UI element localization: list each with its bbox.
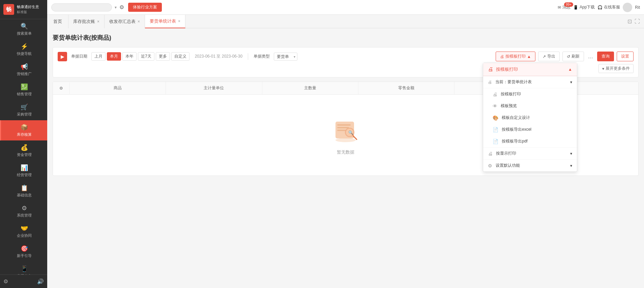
- tab-receipt-summary[interactable]: 收发存汇总表 ×: [105, 15, 145, 28]
- dropdown-item-template-print-label: 按模板打印: [501, 91, 521, 97]
- expand-more-btn[interactable]: ▾ 展开更多条件: [598, 64, 634, 73]
- dropdown-section-display-print[interactable]: 🖨 按显示打印 ▾: [483, 147, 577, 159]
- sidebar-settings-icon[interactable]: ⚙: [3, 278, 8, 285]
- filter-expand-arrow[interactable]: ▶: [58, 52, 67, 61]
- sidebar-item-quick-nav[interactable]: ⚡ 快捷导航: [0, 39, 47, 60]
- sidebar-item-enterprise[interactable]: 🤝 企业协同: [0, 221, 47, 242]
- export-btn-label: 导出: [547, 54, 555, 59]
- dropdown-item-template-preview[interactable]: 👁 模板预览: [483, 100, 577, 112]
- app-title: 畅康通好生意: [17, 4, 39, 9]
- query-btn[interactable]: 查询: [597, 52, 614, 61]
- username-label: Rit: [635, 5, 640, 10]
- sidebar-label-sales: 销售管理: [17, 92, 32, 97]
- more-options-btn[interactable]: ...: [587, 53, 594, 60]
- date-btn-year[interactable]: 本年: [122, 52, 137, 61]
- filter-date-buttons: 上月 本月 本年 近7天 更多 自定义: [91, 52, 189, 61]
- svg-rect-3: [337, 127, 349, 128]
- dropdown-section-set-default[interactable]: ⚙ 设置默认功能 ▾: [483, 159, 577, 171]
- trial-btn[interactable]: 体验行业方案: [128, 3, 162, 12]
- sidebar-item-basic-info[interactable]: 📋 基础信息: [0, 181, 47, 201]
- topbar-settings-icon[interactable]: ⚙: [119, 4, 124, 10]
- dropdown-current-chevron: ▾: [570, 80, 572, 85]
- date-btn-current-month[interactable]: 本月: [107, 52, 121, 61]
- sidebar-sound-icon[interactable]: 🔊: [37, 278, 44, 285]
- th-settings[interactable]: ⚙: [53, 83, 70, 94]
- sidebar-item-search-menu[interactable]: 🔍 搜索菜单: [0, 19, 47, 39]
- template-preview-icon: 👁: [493, 103, 497, 109]
- dropdown-current-label: 当前：要货单统计表: [495, 79, 532, 85]
- print-btn[interactable]: 🖨 按模板打印 ▲: [496, 52, 535, 61]
- service-label: 在线客服: [604, 4, 620, 10]
- tab-home-label: 首页: [53, 19, 62, 25]
- service-btn[interactable]: 🎧 在线客服: [597, 4, 620, 10]
- settings-btn[interactable]: 设置: [617, 52, 634, 61]
- sidebar-item-purchase[interactable]: 🛒 采购管理: [0, 100, 47, 120]
- app-download-btn[interactable]: 📱 App下载: [573, 4, 595, 10]
- sidebar-label-search-menu: 搜索菜单: [17, 31, 32, 36]
- tab-order-stats[interactable]: 要货单统计表 ×: [145, 15, 185, 28]
- message-icon: ✉: [558, 5, 561, 10]
- sidebar-item-guide[interactable]: 🎯 新手引导: [0, 242, 47, 262]
- search-input[interactable]: [51, 3, 112, 11]
- tab-inventory-batch[interactable]: 库存批次账 ×: [68, 15, 105, 28]
- sidebar-label-quick-nav: 快捷导航: [17, 51, 32, 56]
- sidebar-item-operations[interactable]: 📊 经营管理: [0, 161, 47, 181]
- empty-text: 暂无数据: [337, 149, 354, 155]
- topbar: ▾ ⚙ 体验行业方案 ✉ 消息 99+ 📱 App下载 🎧 在线客服 Rit: [47, 0, 644, 15]
- user-avatar[interactable]: [623, 3, 632, 12]
- tab-home[interactable]: 首页: [47, 15, 68, 28]
- date-btn-7days[interactable]: 近7天: [138, 52, 154, 61]
- enterprise-icon: 🤝: [21, 225, 28, 232]
- template-excel-icon: 📄: [493, 127, 498, 132]
- dropdown-item-template-pdf[interactable]: 📄 按模板导出pdf: [483, 135, 577, 147]
- th-amount: 零售金额: [358, 82, 455, 94]
- sidebar-item-finance[interactable]: 💰 资金管理: [0, 140, 47, 161]
- display-print-chevron: ▾: [570, 151, 572, 156]
- dropdown-current[interactable]: 🖨 当前：要货单统计表 ▾: [483, 76, 577, 88]
- filter-type-select[interactable]: 要货单: [274, 53, 297, 61]
- sidebar-item-marketing[interactable]: 📢 营销推广: [0, 60, 47, 80]
- tab-order-stats-close[interactable]: ×: [178, 19, 180, 24]
- th-unit: 主计量单位: [166, 82, 262, 94]
- template-pdf-icon: 📄: [493, 139, 498, 144]
- filter-divider: [248, 53, 248, 60]
- tab-expand-icon[interactable]: ⊡: [627, 18, 632, 25]
- dropdown-header[interactable]: 🖨 按模板打印 ▲: [483, 63, 577, 76]
- dropdown-item-template-excel-label: 按模板导出excel: [502, 127, 531, 132]
- filter-date-label: 单据日期: [71, 54, 87, 59]
- export-btn[interactable]: ↗ 导出: [538, 52, 560, 61]
- tab-inventory-batch-label: 库存批次账: [73, 19, 95, 25]
- sidebar-item-app-center[interactable]: 📱 应用中心: [0, 262, 47, 275]
- refresh-btn[interactable]: ↺ 刷新: [562, 52, 584, 61]
- dropdown-section-default-label: 设置默认功能: [496, 163, 520, 168]
- tabbar-actions: ⊡ ⛶: [627, 18, 644, 25]
- app-logo-icon: 畅: [3, 4, 14, 15]
- tab-fullscreen-icon[interactable]: ⛶: [635, 19, 640, 25]
- display-print-icon: 🖨: [488, 151, 493, 156]
- system-icon: ⚙: [22, 204, 27, 212]
- th-product: 商品: [70, 82, 166, 94]
- finance-icon: 💰: [21, 144, 28, 151]
- filter-type-label: 单据类型: [254, 54, 270, 59]
- dropdown-item-template-preview-label: 模板预览: [501, 103, 517, 109]
- date-btn-more[interactable]: 更多: [156, 52, 170, 61]
- dropdown-item-template-print[interactable]: 🖨 按模板打印: [483, 88, 577, 100]
- sidebar-label-marketing: 营销推广: [17, 71, 32, 76]
- tab-inventory-batch-close[interactable]: ×: [97, 19, 99, 24]
- dropdown-item-template-excel[interactable]: 📄 按模板导出excel: [483, 124, 577, 135]
- sidebar-item-sales[interactable]: 💹 销售管理: [0, 80, 47, 100]
- dropdown-item-template-design[interactable]: 🎨 模板自定义设计: [483, 112, 577, 124]
- guide-icon: 🎯: [21, 245, 28, 252]
- dropdown-header-left: 🖨 按模板打印: [488, 66, 518, 72]
- filter-type-select-wrapper: 要货单: [274, 53, 297, 61]
- sidebar-item-system[interactable]: ⚙ 系统管理: [0, 201, 47, 221]
- sales-icon: 💹: [21, 83, 28, 91]
- message-btn[interactable]: ✉ 消息 99+: [558, 4, 570, 10]
- tab-receipt-summary-close[interactable]: ×: [138, 19, 140, 24]
- sidebar-item-inventory[interactable]: 📦 库存核算: [0, 120, 47, 140]
- search-chevron-icon[interactable]: ▾: [115, 5, 117, 10]
- date-btn-custom[interactable]: 自定义: [171, 52, 189, 61]
- inventory-icon: 📦: [21, 124, 28, 131]
- app-download-label: App下载: [580, 4, 595, 10]
- date-btn-prev-month[interactable]: 上月: [91, 52, 106, 61]
